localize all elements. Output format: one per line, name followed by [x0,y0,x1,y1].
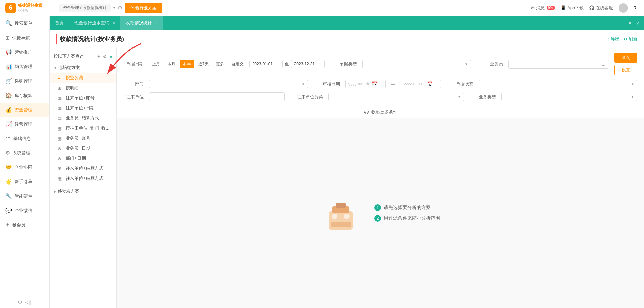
salesperson-more-icon[interactable]: ... [602,62,605,67]
tab-home-label: 首页 [55,20,64,26]
scheme-item-salesperson-label: 按业务员 [66,75,83,81]
scheme-settings-icon[interactable]: ⚙ [103,54,107,59]
salesperson-field[interactable]: ... [508,60,609,69]
scheme-item-unit-dept[interactable]: ▦ 按往来单位+部门+收... [50,123,116,133]
scheme-item-unit-date[interactable]: ▦ 往来单位+日期 [50,103,116,113]
tab-bar: 首页 现金银行流水查询 × 收款情况统计 × ✕ ⤢ [50,16,644,30]
doc-type-field[interactable]: ▾ [362,60,471,68]
sidebar-item-company-label: 企业协同 [15,164,32,170]
online-service-label: 在线客服 [596,5,613,11]
sidebar-item-basicinfo[interactable]: 🗃 基础信息 [0,132,49,146]
scheme-item-staff-payment[interactable]: ▤ 业务员+结算方式 [50,113,116,123]
date-tab-lastmonth[interactable]: 上月 [149,60,163,68]
message-button[interactable]: ✉ 消息 99+ [531,5,555,11]
operations-icon: 📈 [5,121,12,127]
scheme-item-staff-date[interactable]: ⊙ 业务员+日期 [50,143,116,153]
sidebar-item-inventory[interactable]: 🏠 库存核算 [0,88,49,103]
counterpart-type-field[interactable]: ▾ [328,93,464,101]
sidebar-settings-icon[interactable]: ⚙ [18,299,22,305]
date-to-input[interactable]: 2023-12-31 [291,60,325,68]
filter-settings-button[interactable]: 设置 [614,65,637,75]
dept-field[interactable]: ▾ [149,80,308,88]
scheme-item-unit-account[interactable]: ▦ 往来单位+账号 [50,93,116,103]
doc-status-label: 单据状态 [453,81,473,87]
system-icon: ⚙ [5,150,10,156]
sidebar-item-operations[interactable]: 📈 经营管理 [0,117,49,132]
purchase-icon: 🛒 [5,78,12,84]
breadcrumb-arrow-icon[interactable]: ▾ [113,6,115,10]
trial-button[interactable]: 体验行业方案 [125,3,162,13]
collapse-bar[interactable]: ∧∧ 收起更多条件 [117,106,644,118]
scheme-collapse-icon[interactable]: « [110,54,112,59]
sidebar-item-vip-label: 畅会员 [12,222,25,228]
calendar-from-icon[interactable]: 📅 [372,81,377,87]
sidebar-item-hardware[interactable]: 🔧 智能硬件 [0,189,49,203]
scheme-item-unit-payment2[interactable]: ▦ 往来单位+结算方式 [50,173,116,184]
tab-close-window-icon[interactable]: ✕ [628,20,632,26]
user-avatar[interactable] [619,3,628,13]
tab-cashflow-close-icon[interactable]: × [113,21,115,25]
sidebar-collapse-icon[interactable]: ◁∥ [25,299,32,305]
sidebar-item-search[interactable]: 🔍 搜索菜单 [0,16,49,31]
biz-type-field[interactable]: ▾ [501,93,637,101]
scheme-item-dept-date[interactable]: ⊙ 部门+日期 [50,153,116,163]
scheme-add-button[interactable]: + [97,54,100,59]
counterpart-field[interactable]: ... [149,92,285,101]
sidebar-item-guide[interactable]: 🌟 新手引导 [0,174,49,189]
sidebar-item-company[interactable]: 🤝 企业协同 [0,160,49,174]
date-tab-more[interactable]: 更多 [213,60,227,68]
scheme-item-detail-label: 按明细 [66,85,79,91]
tab-maximize-icon[interactable]: ⤢ [636,20,640,26]
tab-cashflow[interactable]: 现金银行流水查询 × [69,16,120,30]
date-tab-7days[interactable]: 近7天 [195,60,212,68]
date-from-input[interactable]: 2023-01-01 [249,60,283,68]
dept-label: 部门 [123,81,144,87]
app-download-button[interactable]: 📱 App下载 [560,5,584,11]
scheme-section-desktop-header[interactable]: ▼ 电脑端方案 [50,63,116,73]
sidebar-item-marketing[interactable]: 📢 营销推广 [0,45,49,59]
scheme-section-mobile-header[interactable]: ▶ 移动端方案 [50,186,116,196]
sidebar-item-sales[interactable]: 📊 销售管理 [0,59,49,74]
refresh-icon: ↻ [624,37,627,42]
refresh-button[interactable]: ↻ 刷新 [624,36,637,42]
scheme-item-icon-detail: ⊞ [58,86,63,91]
doc-status-field[interactable]: ▾ [479,80,638,88]
empty-illustration [321,193,361,233]
audit-date-to-placeholder: yyyy-mm-dd [404,82,426,86]
scheme-item-unit-payment1[interactable]: ⊞ 往来单位+结算方式 [50,163,116,173]
sidebar-item-quicknav[interactable]: ⊞ 快捷导航 [0,31,49,45]
date-tab-thismonth[interactable]: 本月 [164,60,178,68]
online-service-button[interactable]: 🎧 在线客服 [589,5,613,11]
sidebar-item-vip[interactable]: ✦ 畅会员 [0,218,49,232]
export-button[interactable]: ↑ 导出 [607,36,620,42]
audit-date-to-input[interactable]: yyyy-mm-dd 📅 [401,80,441,88]
counterpart-more-icon[interactable]: ... [277,94,281,99]
step-num-1: 1 [374,204,381,211]
sidebar-item-system[interactable]: ⚙ 系统管理 [0,146,49,160]
scheme-section-mobile-label: 移动端方案 [58,188,79,194]
wechat-icon: 💬 [5,207,12,214]
scheme-panel: 按以下方案查询 + ⚙ « ▼ 电脑端方案 ● 按业务员 [50,48,117,308]
date-tabs: 上月 本月 本年 近7天 更多 自定义 [149,60,247,68]
date-tab-thisyear[interactable]: 本年 [180,60,194,68]
collapse-label: 收起更多条件 [371,109,397,115]
scheme-item-staff-account[interactable]: ▦ 业务员+账号 [50,133,116,143]
date-tab-custom[interactable]: 自定义 [228,60,247,68]
scheme-item-salesperson[interactable]: ● 按业务员 [50,73,116,83]
sidebar-item-finance[interactable]: 💰 资金管理 [0,103,49,117]
settings-icon[interactable]: ⚙ [118,5,122,11]
scheme-item-detail[interactable]: ⊞ 按明细 [50,83,116,93]
tab-home[interactable]: 首页 [50,16,69,30]
tab-receipts-label: 收款情况统计 [126,20,152,26]
tab-receipts[interactable]: 收款情况统计 × [120,16,163,30]
audit-date-from-input[interactable]: yyyy-mm-dd 📅 [345,80,386,88]
edition-label: 标准版 [18,8,42,13]
salesperson-label: 业务员 [483,61,503,67]
tab-receipts-close-icon[interactable]: × [155,21,158,25]
query-button[interactable]: 查询 [614,53,637,63]
top-bar-right: ✉ 消息 99+ 📱 App下载 🎧 在线客服 Rit [531,3,639,13]
scheme-section-mobile: ▶ 移动端方案 [50,185,116,198]
calendar-to-icon[interactable]: 📅 [427,81,433,87]
sidebar-item-purchase[interactable]: 🛒 采购管理 [0,74,49,88]
sidebar-item-wechat[interactable]: 💬 企业微信 [0,203,49,218]
